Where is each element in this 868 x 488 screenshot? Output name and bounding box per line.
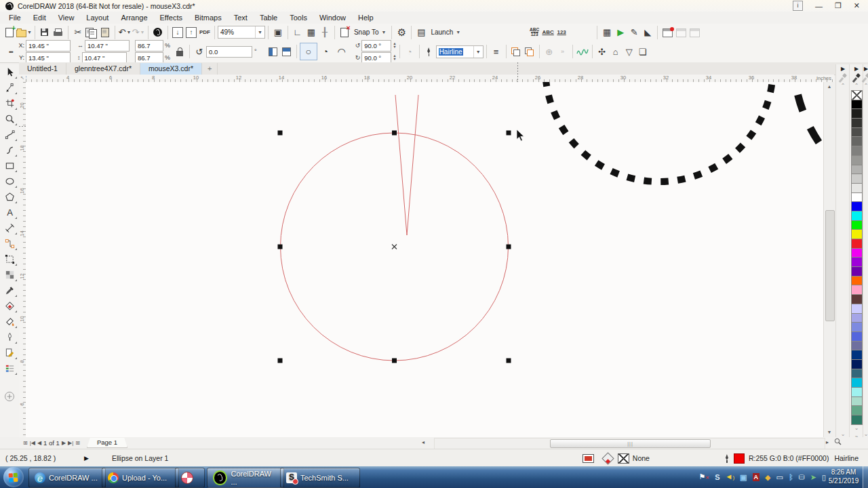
action-center-icon[interactable]: ⚑✕ bbox=[698, 472, 709, 482]
show-guidelines-icon[interactable]: ╂ bbox=[318, 25, 332, 39]
status-flyout-icon[interactable]: ▶ bbox=[84, 455, 89, 462]
palette-swatch[interactable] bbox=[851, 350, 863, 360]
print-icon[interactable] bbox=[52, 25, 65, 39]
palette-flyout-icon[interactable]: ▶ bbox=[864, 64, 868, 73]
menu-item[interactable]: Window bbox=[313, 12, 352, 23]
extrude-effect-icon[interactable]: ▽ bbox=[623, 45, 636, 59]
add-page-before-icon[interactable]: ⊞ bbox=[23, 440, 28, 446]
calendar-wizard-icon[interactable] bbox=[660, 25, 674, 39]
palette-swatch[interactable] bbox=[851, 220, 863, 230]
palette-swatch[interactable] bbox=[851, 285, 863, 295]
connector-tool[interactable] bbox=[1, 236, 18, 251]
taskbar-techsmith-button[interactable]: S TechSmith S... bbox=[280, 468, 360, 488]
scroll-up-icon[interactable]: ▲ bbox=[824, 82, 835, 92]
palette-scroll-down-icon[interactable]: ⌄ bbox=[854, 425, 859, 432]
proof-abc123-icon[interactable]: ABC123 bbox=[528, 25, 541, 39]
palette-swatch[interactable] bbox=[851, 201, 863, 211]
palette-swatch[interactable] bbox=[851, 248, 863, 258]
palette-swatch[interactable] bbox=[851, 239, 863, 249]
outline-width-combo[interactable]: Hairline ▼ bbox=[436, 45, 484, 58]
crop-tool[interactable] bbox=[1, 96, 18, 111]
dimension-tool[interactable] bbox=[1, 220, 18, 236]
camtasia-tray-icon[interactable]: ▣ bbox=[740, 473, 747, 481]
rectangle-tool[interactable] bbox=[1, 158, 18, 174]
palette-swatch[interactable] bbox=[851, 118, 863, 128]
calendar-icon-2[interactable] bbox=[674, 25, 688, 39]
options-gear-icon[interactable]: ⚙ bbox=[395, 25, 408, 39]
account-icon[interactable]: i bbox=[793, 1, 803, 11]
palette-scroll-up-icon[interactable]: ⌃ bbox=[854, 83, 859, 90]
calendar-icon-3[interactable] bbox=[688, 25, 701, 39]
palette-swatch[interactable] bbox=[851, 378, 863, 388]
last-page-icon[interactable]: ▶| bbox=[68, 440, 73, 446]
paste-icon[interactable] bbox=[98, 25, 112, 39]
to-front-icon[interactable] bbox=[509, 45, 523, 59]
palette-eyedropper-icon[interactable] bbox=[852, 73, 861, 83]
menu-item[interactable]: Effects bbox=[154, 12, 189, 23]
palette-swatch[interactable] bbox=[851, 369, 863, 379]
distort-effect-icon[interactable]: ✣ bbox=[595, 45, 609, 59]
wrap-text-icon[interactable]: ≡ bbox=[490, 45, 503, 59]
vertical-scroll-thumb[interactable] bbox=[825, 210, 835, 321]
page-tab[interactable]: Page 1 bbox=[87, 438, 127, 448]
redo-icon[interactable]: ↷▼ bbox=[132, 25, 145, 39]
palette-scroll-up-icon[interactable]: ⌃ bbox=[841, 83, 846, 90]
snap-off-icon[interactable] bbox=[338, 25, 351, 39]
palette-swatch[interactable] bbox=[851, 146, 863, 156]
customize-toolbox-button[interactable] bbox=[1, 388, 18, 404]
object-width-input[interactable]: 10.47 " bbox=[85, 40, 130, 52]
to-back-icon[interactable] bbox=[523, 45, 536, 59]
outline-pen-tool[interactable] bbox=[1, 329, 18, 345]
menu-item[interactable]: File bbox=[3, 12, 27, 23]
transparency-tool[interactable] bbox=[1, 267, 18, 283]
no-fill-icon[interactable] bbox=[618, 453, 629, 464]
minimize-button[interactable]: — bbox=[815, 2, 823, 10]
run-macro-icon[interactable]: ▶ bbox=[614, 25, 627, 39]
palette-swatch[interactable] bbox=[851, 211, 863, 221]
palette-eyedropper-icon[interactable] bbox=[839, 73, 847, 83]
fill-tool[interactable] bbox=[1, 345, 18, 361]
menu-item[interactable]: Text bbox=[228, 12, 254, 23]
adobe-pdf-icon[interactable]: A bbox=[753, 473, 760, 481]
launch-dropdown[interactable]: Launch ▼ bbox=[428, 28, 463, 36]
zoom-dropdown-icon[interactable]: ▼ bbox=[255, 26, 262, 38]
outline-color-swatch[interactable] bbox=[734, 453, 745, 464]
undo-icon[interactable]: ↶▼ bbox=[118, 25, 132, 39]
tab-mousex3[interactable]: mouseX3.cdr* bbox=[140, 63, 202, 75]
add-page-after-icon[interactable]: ⊞ bbox=[75, 440, 80, 446]
menu-item[interactable]: Help bbox=[352, 12, 380, 23]
show-grid-icon[interactable]: ▦ bbox=[304, 25, 318, 39]
pick-tool[interactable] bbox=[1, 64, 18, 80]
palette-eyedropper-icon[interactable] bbox=[862, 73, 868, 83]
new-document-icon[interactable] bbox=[3, 25, 16, 39]
smart-fill-tool[interactable] bbox=[1, 314, 18, 329]
taskbar-ie-button[interactable]: e CorelDRAW ... bbox=[28, 468, 106, 488]
palette-swatch[interactable] bbox=[851, 127, 863, 138]
outline-status-icon[interactable] bbox=[724, 453, 730, 463]
rotation-input[interactable]: 0.0 bbox=[206, 46, 252, 58]
new-tab-button[interactable]: + bbox=[202, 63, 218, 75]
snap-to-dropdown[interactable]: Snap To ▼ bbox=[351, 28, 389, 36]
overflow-chevron-icon[interactable]: » bbox=[556, 45, 570, 59]
menu-item[interactable]: Edit bbox=[27, 12, 52, 23]
taskbar-chrome-button[interactable]: Upload - Yo... bbox=[102, 468, 179, 488]
palette-swatch[interactable] bbox=[851, 100, 863, 110]
menu-item[interactable]: Arrange bbox=[115, 12, 153, 23]
export-icon[interactable]: ↑ bbox=[184, 25, 198, 39]
tab-untitled-1[interactable]: Untitled-1 bbox=[19, 63, 66, 75]
palette-swatch[interactable] bbox=[851, 387, 863, 397]
palette-swatch[interactable] bbox=[851, 396, 863, 407]
taskbar-clock[interactable]: 8:26 AM 5/21/2019 bbox=[826, 468, 861, 485]
lock-ratio-icon[interactable] bbox=[173, 45, 186, 59]
ellipse-tool[interactable] bbox=[1, 174, 18, 189]
color-settings-tool[interactable] bbox=[1, 361, 18, 376]
scale-x-input[interactable]: 86.7 bbox=[135, 40, 163, 52]
horizontal-scrollbar[interactable]: ||| bbox=[434, 438, 825, 449]
restore-button[interactable]: ❐ bbox=[835, 1, 842, 10]
palette-swatch[interactable] bbox=[851, 108, 863, 119]
menu-item[interactable]: Table bbox=[254, 12, 283, 23]
palette-swatch[interactable] bbox=[851, 174, 863, 184]
show-desktop-button[interactable] bbox=[863, 466, 868, 488]
object-y-input[interactable]: 13.45 " bbox=[26, 52, 71, 64]
edit-drawing-icon[interactable]: ✎ bbox=[627, 25, 641, 39]
